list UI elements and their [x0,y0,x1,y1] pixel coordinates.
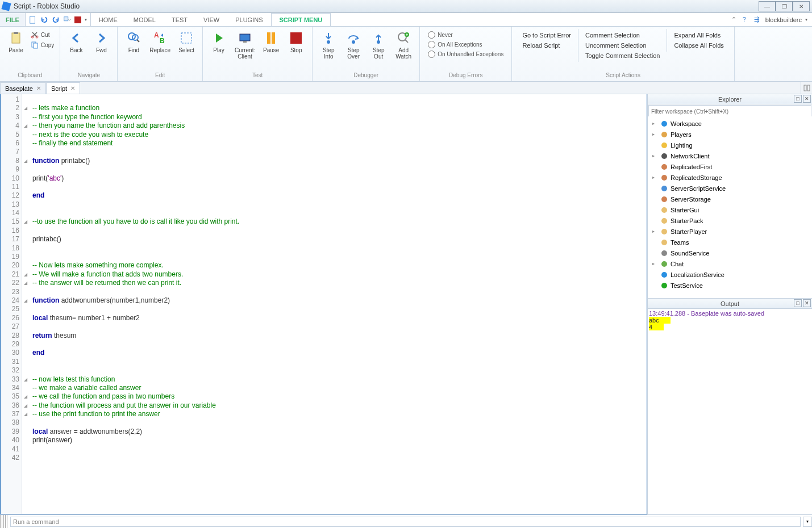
script-action-uncomment-selection[interactable]: Uncomment Selection [583,41,662,49]
add-watch-button[interactable]: Add Watch [391,29,416,61]
collapse-ribbon-icon[interactable]: ⌃ [731,16,739,24]
select-button[interactable]: Select [174,29,199,55]
explorer-tree[interactable]: ▸Workspace▸PlayersLighting▸NetworkClient… [648,117,812,298]
ribbon-group-script-actions: Go to Script ErrorReload ScriptComment S… [512,27,734,81]
tree-node-serverstorage[interactable]: ServerStorage [648,194,812,204]
stop-icon[interactable] [74,16,81,23]
tree-node-starterplayer[interactable]: ▸StarterPlayer [648,226,812,237]
pause-button[interactable]: Pause [259,29,284,55]
output-close-icon[interactable]: ✕ [803,299,811,307]
find-button[interactable]: Find [121,29,146,55]
maximize-button[interactable]: ❐ [776,1,793,11]
command-history-dropdown-icon[interactable]: ▾ [803,517,812,527]
menu-tab-view[interactable]: VIEW [195,13,227,26]
new-doc-icon[interactable] [29,16,37,24]
tree-node-workspace[interactable]: ▸Workspace [648,118,812,129]
pane-join-icon[interactable] [801,82,812,94]
username-label[interactable]: blockbuilderc [765,16,802,23]
tree-expand-icon[interactable]: ▸ [652,153,658,158]
explorer-filter-input[interactable] [649,107,811,117]
tree-node-label: SoundService [671,250,710,257]
check-icon [660,282,668,290]
tree-node-networkclient[interactable]: ▸NetworkClient [648,150,812,161]
svg-point-33 [661,240,667,245]
doc-tab-close-icon[interactable]: ✕ [36,85,41,91]
tree-expand-icon[interactable]: ▸ [652,175,658,180]
add-watch-icon [395,30,411,46]
script-action-expand-all-folds[interactable]: Expand All Folds [672,31,726,39]
step-into-button[interactable]: Step Into [316,29,341,61]
tree-node-testservice[interactable]: TestService [648,280,812,291]
explorer-filter[interactable] [648,105,811,116]
svg-point-35 [661,261,667,267]
command-bar-grip-icon[interactable] [0,515,8,528]
file-menu[interactable]: FILE [0,13,26,26]
minimize-button[interactable]: — [759,1,776,11]
tree-node-chat[interactable]: ▸Chat [648,258,812,269]
ribbon-group-debugger: Step IntoStep OverStep OutAdd WatchDebug… [313,27,420,81]
play-button[interactable]: Play [206,29,231,55]
explorer-close-icon[interactable]: ✕ [803,95,811,103]
stop-button[interactable]: Stop [284,29,309,55]
menu-tab-script-menu[interactable]: SCRIPT MENU [271,13,331,26]
step-out-button[interactable]: Step Out [366,29,391,61]
quick-access-toolbar: ▾ [26,13,91,26]
debug-error-radio-0[interactable]: Never [428,31,503,39]
doc-tab-close-icon[interactable]: ✕ [70,85,75,91]
share-icon[interactable]: ⇶ [754,16,762,24]
tree-node-players[interactable]: ▸Players [648,129,812,140]
tree-node-startergui[interactable]: StarterGui [648,204,812,215]
close-button[interactable]: ✕ [793,1,810,11]
svg-rect-21 [807,85,810,91]
doc-tab-baseplate[interactable]: Baseplate✕ [0,82,46,94]
fold-column[interactable]: ◢◢◢◢◢◢◢◢◢◢◢ [22,94,29,514]
tree-node-replicatedstorage[interactable]: ▸ReplicatedStorage [648,172,812,183]
menu-tab-home[interactable]: HOME [91,13,126,26]
paste-button[interactable]: Paste [3,29,28,55]
tree-expand-icon[interactable]: ▸ [652,261,658,266]
tree-node-starterpack[interactable]: StarterPack [648,215,812,226]
output-body[interactable]: 13:49:41.288 - Baseplate was auto-saveda… [648,309,812,514]
fwd-button[interactable]: Fwd [89,29,114,55]
debug-error-radio-2[interactable]: On Unhandled Exceptions [428,51,503,58]
tree-node-replicatedfirst[interactable]: ReplicatedFirst [648,161,812,172]
redo-icon[interactable] [52,16,60,24]
menu-tab-model[interactable]: MODEL [126,13,164,26]
code-content[interactable]: -- lets make a function-- first you type… [29,94,647,514]
replace-button[interactable]: ABReplace [146,29,174,55]
script-action-collapse-all-folds[interactable]: Collapse All Folds [672,41,726,49]
tree-node-teams[interactable]: Teams [648,237,812,248]
tree-expand-icon[interactable]: ▸ [652,229,658,234]
doc-tab-script[interactable]: Script✕ [46,82,80,94]
settings-dropdown-icon[interactable] [63,16,71,24]
script-action-go-to-script-error[interactable]: Go to Script Error [520,31,573,39]
tree-expand-icon[interactable]: ▸ [652,121,658,126]
help-icon[interactable]: ? [743,16,751,24]
command-input[interactable] [10,517,801,527]
script-action-comment-selection[interactable]: Comment Selection [583,31,662,39]
script-action-reload-script[interactable]: Reload Script [520,41,573,49]
back-button[interactable]: Back [64,29,89,55]
tree-node-localizationservice[interactable]: LocalizationService [648,269,812,280]
debug-error-radio-1[interactable]: On All Exceptions [428,41,503,48]
qat-dropdown-icon[interactable]: ▾ [85,17,87,22]
tree-node-label: Workspace [671,120,702,127]
user-dropdown-icon[interactable]: ▾ [805,17,807,22]
output-undock-icon[interactable]: □ [794,299,802,307]
tree-expand-icon[interactable]: ▸ [652,132,658,137]
current-client-button[interactable]: Current: Client [231,29,259,61]
cut-button[interactable]: Cut [30,30,55,39]
script-action-toggle-comment-selection[interactable]: Toggle Comment Selection [583,52,662,60]
tree-node-soundservice[interactable]: SoundService [648,248,812,258]
tree-node-lighting[interactable]: Lighting [648,140,812,150]
select-icon [178,30,194,46]
menu-tab-plugins[interactable]: PLUGINS [227,13,270,26]
svg-rect-14 [243,41,247,43]
undo-icon[interactable] [40,16,48,24]
tree-node-serverscriptservice[interactable]: ServerScriptService [648,183,812,194]
code-editor[interactable]: 1234567891011121314151617181920212223242… [1,94,647,514]
explorer-undock-icon[interactable]: □ [794,95,802,103]
step-over-button[interactable]: Step Over [341,29,366,61]
menu-tab-test[interactable]: TEST [164,13,195,26]
copy-button[interactable]: Copy [30,40,55,49]
